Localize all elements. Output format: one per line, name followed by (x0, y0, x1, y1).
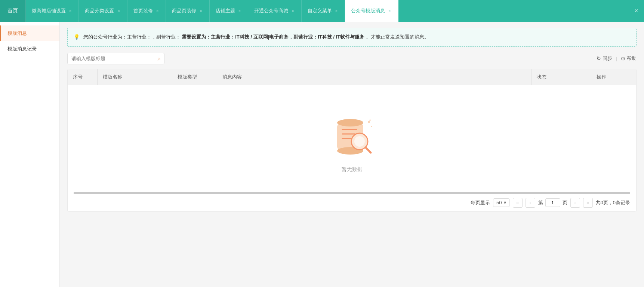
tab-template-msg-label: 公众号模版消息 (351, 7, 385, 14)
tab-home-label: 首页 (7, 7, 18, 14)
sync-button[interactable]: ↻ 同步 (597, 55, 612, 62)
global-close-button[interactable]: × (629, 7, 644, 14)
scrollbar-thumb (74, 192, 630, 194)
top-navigation: 首页 微商城店铺设置 × 商品分类设置 × 首页装修 × 商品页装修 × 店铺主… (0, 0, 644, 22)
page-size-label: 每页显示 (471, 199, 490, 206)
close-tab-product-decor[interactable]: × (198, 8, 203, 13)
tab-open-mall-label: 开通公众号商城 (254, 7, 288, 14)
tab-template-msg[interactable]: 公众号模版消息 × (345, 0, 398, 22)
toolbar-right: ↻ 同步 | ⊙ 帮助 (597, 55, 637, 62)
pagination-controls: 每页显示 50 ∨ « ‹ 第 页 › » 共0页，0条记录 (74, 198, 630, 208)
page-unit: 页 (563, 199, 567, 206)
prev-page-button[interactable]: ‹ (526, 198, 535, 208)
notice-suffix: 才能正常发送预置的消息。 (371, 34, 429, 40)
close-tab-template-msg[interactable]: × (387, 8, 392, 13)
th-type: 模版类型 (172, 69, 217, 85)
help-icon: ⊙ (621, 55, 625, 61)
tab-custom-menu[interactable]: 自定义菜单 × (302, 0, 345, 22)
page-total: 共0页，0条记录 (596, 199, 630, 206)
sidebar: 模版消息 模版消息记录 (0, 22, 60, 287)
close-tab-shop-settings[interactable]: × (68, 8, 73, 13)
help-label: 帮助 (627, 55, 637, 62)
help-button[interactable]: ⊙ 帮助 (621, 55, 637, 62)
chevron-down-icon: ∨ (503, 200, 506, 205)
svg-point-11 (371, 126, 372, 127)
th-name: 模版名称 (98, 69, 172, 85)
pagination-wrap: 每页显示 50 ∨ « ‹ 第 页 › » 共0页，0条记录 (68, 188, 636, 211)
close-tab-home-decor[interactable]: × (155, 8, 160, 13)
scrollbar[interactable] (74, 192, 630, 194)
sidebar-item-template-msg-record-label: 模版消息记录 (7, 46, 37, 52)
search-row: ⌕ ↻ 同步 | ⊙ 帮助 (67, 53, 637, 64)
last-page-button[interactable]: » (583, 198, 593, 208)
tab-shop-settings-label: 微商城店铺设置 (32, 7, 66, 14)
tab-home-decor[interactable]: 首页装修 × (127, 0, 166, 22)
svg-line-9 (366, 148, 371, 153)
tab-category-settings[interactable]: 商品分类设置 × (79, 0, 127, 22)
page-size-select[interactable]: 50 ∨ (493, 198, 509, 207)
sync-label: 同步 (603, 55, 612, 62)
close-tab-open-mall[interactable]: × (290, 8, 295, 13)
first-page-button[interactable]: « (513, 198, 523, 208)
content-area: 💡 您的公众号行业为：主营行业：，副营行业： 需要设置为：主营行业：IT科技 /… (60, 22, 644, 287)
page-input-group: 第 页 (538, 198, 567, 207)
search-input[interactable] (71, 53, 157, 64)
tab-custom-menu-label: 自定义菜单 (308, 7, 332, 14)
search-input-wrap[interactable]: ⌕ (67, 53, 164, 64)
tab-shop-settings[interactable]: 微商城店铺设置 × (26, 0, 79, 22)
notice-prefix: 您的公众号行业为：主营行业：，副营行业： (83, 34, 181, 40)
tab-home-decor-label: 首页装修 (133, 7, 153, 14)
svg-point-2 (337, 119, 363, 126)
notice-icon: 💡 (74, 34, 80, 40)
close-tab-custom-menu[interactable]: × (334, 8, 339, 13)
data-table: 序号 模版名称 模版类型 消息内容 状态 操作 (67, 69, 637, 212)
empty-illustration (326, 108, 378, 160)
empty-text: 暂无数据 (342, 166, 363, 173)
svg-point-8 (354, 136, 365, 147)
sync-icon: ↻ (597, 55, 601, 61)
notice-highlight: 需要设置为：主营行业：IT科技 / 互联网|电子商务，副营行业：IT科技 / I… (182, 34, 369, 40)
tab-shop-theme[interactable]: 店铺主题 × (210, 0, 248, 22)
th-status: 状态 (531, 69, 591, 85)
notice-box: 💡 您的公众号行业为：主营行业：，副营行业： 需要设置为：主营行业：IT科技 /… (67, 28, 637, 47)
search-icon[interactable]: ⌕ (157, 55, 160, 61)
th-content: 消息内容 (217, 69, 531, 85)
sidebar-item-template-msg-record[interactable]: 模版消息记录 (0, 41, 59, 57)
tab-category-settings-label: 商品分类设置 (85, 7, 114, 14)
tab-product-decor-label: 商品页装修 (172, 7, 196, 14)
tab-home[interactable]: 首页 (0, 0, 26, 22)
divider: | (616, 56, 617, 61)
next-page-button[interactable]: › (570, 198, 580, 208)
close-tab-category-settings[interactable]: × (116, 8, 121, 13)
th-action: 操作 (591, 69, 636, 85)
page-size-value: 50 (496, 200, 502, 205)
sidebar-item-template-msg-label: 模版消息 (7, 30, 27, 36)
main-layout: 模版消息 模版消息记录 💡 您的公众号行业为：主营行业：，副营行业： 需要设置为… (0, 22, 644, 287)
close-tab-shop-theme[interactable]: × (237, 8, 242, 13)
page-label: 第 (538, 199, 543, 206)
tab-open-mall[interactable]: 开通公众号商城 × (248, 0, 301, 22)
table-header: 序号 模版名称 模版类型 消息内容 状态 操作 (68, 69, 636, 85)
tab-shop-theme-label: 店铺主题 (216, 7, 235, 14)
sidebar-item-template-msg[interactable]: 模版消息 (0, 25, 59, 41)
empty-state: 暂无数据 (68, 85, 636, 188)
tab-product-decor[interactable]: 商品页装修 × (166, 0, 209, 22)
th-seq: 序号 (68, 69, 98, 85)
page-number-input[interactable] (545, 198, 560, 207)
